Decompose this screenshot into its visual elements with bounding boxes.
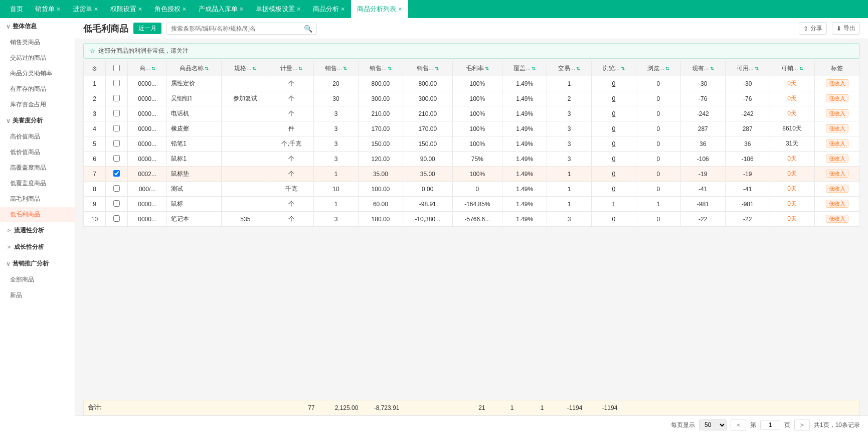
sidebar-item-category-rate[interactable]: 商品分类助销率 — [0, 66, 75, 81]
nav-permission[interactable]: 权限设置 ✕ — [104, 0, 148, 18]
nav-purchase-close-icon[interactable]: ✕ — [94, 6, 98, 13]
col-coverage[interactable]: 覆盖...⇅ — [502, 61, 547, 76]
next-page-button[interactable]: ＞ — [794, 419, 810, 431]
row-checkbox[interactable] — [113, 80, 120, 86]
cell-view1[interactable]: 0 — [592, 182, 636, 197]
nav-goods-list-close-icon[interactable]: ✕ — [398, 6, 402, 13]
cell-checkbox[interactable] — [106, 91, 128, 106]
nav-purchase[interactable]: 进货单 ✕ — [67, 0, 104, 18]
col-name[interactable]: 商品名称⇅ — [167, 61, 222, 76]
export-button[interactable]: ⬇ 导出 — [832, 22, 860, 35]
col-trade[interactable]: 交易...⇅ — [547, 61, 592, 76]
cell-view1[interactable]: 0 — [592, 76, 636, 91]
page-number-input[interactable] — [760, 420, 780, 430]
cell-checkbox[interactable] — [106, 197, 128, 212]
col-sale-qty[interactable]: 销售...⇅ — [314, 61, 359, 76]
sidebar-item-high-margin[interactable]: 高毛利商品 — [0, 191, 75, 207]
view1-link[interactable]: 0 — [612, 140, 616, 148]
sidebar-item-low-coverage[interactable]: 低覆盖度商品 — [0, 176, 75, 191]
col-unit[interactable]: 计量...⇅ — [269, 61, 314, 76]
cell-view1[interactable]: 0 — [592, 106, 636, 121]
nav-role[interactable]: 角色授权 ✕ — [148, 0, 193, 18]
row-checkbox[interactable] — [113, 200, 120, 207]
sidebar-item-traded-goods[interactable]: 交易过的商品 — [0, 50, 75, 66]
share-button[interactable]: ⇧ 分享 — [799, 22, 827, 35]
view1-link[interactable]: 0 — [612, 216, 616, 223]
col-available[interactable]: 可用...⇅ — [725, 61, 770, 76]
cell-view1[interactable]: 1 — [592, 197, 636, 212]
row-checkbox[interactable] — [113, 95, 120, 101]
nav-sales[interactable]: 销货单 ✕ — [29, 0, 67, 18]
sidebar-group-circulation[interactable]: ＞ 流通性分析 — [0, 222, 75, 239]
view1-link[interactable]: 0 — [612, 156, 616, 163]
cell-checkbox[interactable] — [106, 121, 128, 136]
cell-view1[interactable]: 0 — [592, 136, 636, 152]
view1-link[interactable]: 0 — [612, 125, 616, 132]
sidebar-item-low-margin[interactable]: 低毛利商品 — [0, 207, 75, 222]
nav-permission-close-icon[interactable]: ✕ — [138, 6, 142, 13]
nav-goods-close-icon[interactable]: ✕ — [340, 6, 345, 13]
search-input[interactable] — [171, 25, 304, 32]
cell-checkbox[interactable] — [106, 136, 128, 152]
row-checkbox[interactable] — [113, 155, 120, 162]
cell-checkbox[interactable] — [106, 182, 128, 197]
cell-view1[interactable]: 0 — [592, 121, 636, 136]
col-view2[interactable]: 浏览...⇅ — [636, 61, 680, 76]
col-settings[interactable]: ⚙ — [84, 61, 106, 76]
sidebar-item-all-goods[interactable]: 全部商品 — [0, 272, 75, 287]
sidebar-item-high-coverage[interactable]: 高覆盖度商品 — [0, 160, 75, 176]
search-icon[interactable]: 🔍 — [304, 25, 312, 33]
cell-checkbox[interactable] — [106, 212, 128, 227]
nav-goods-list[interactable]: 商品分析列表 ✕ — [351, 0, 408, 18]
row-checkbox[interactable] — [113, 140, 120, 147]
sidebar-item-stocked-goods[interactable]: 有库存的商品 — [0, 81, 75, 97]
sidebar-item-new-goods[interactable]: 新品 — [0, 287, 75, 303]
view1-link[interactable]: 0 — [612, 186, 616, 193]
nav-template-close-icon[interactable]: ✕ — [296, 6, 301, 13]
nav-products[interactable]: 产成品入库单 ✕ — [193, 0, 250, 18]
view1-link[interactable]: 0 — [612, 95, 616, 102]
row-checkbox[interactable] — [113, 125, 120, 131]
row-checkbox[interactable] — [113, 185, 120, 192]
nav-products-close-icon[interactable]: ✕ — [239, 6, 244, 13]
sidebar-item-sales-goods[interactable]: 销售类商品 — [0, 35, 75, 50]
col-margin[interactable]: 毛利率⇅ — [452, 61, 502, 76]
cell-checkbox[interactable] — [106, 167, 128, 182]
cell-view1[interactable]: 0 — [592, 152, 636, 167]
sidebar-item-high-value[interactable]: 高价值商品 — [0, 129, 75, 144]
sidebar-item-stock-capital[interactable]: 库存资金占用 — [0, 97, 75, 112]
view1-link[interactable]: 0 — [612, 110, 616, 117]
col-view1[interactable]: 浏览...⇅ — [592, 61, 636, 76]
cell-view1[interactable]: 0 — [592, 91, 636, 106]
row-checkbox[interactable] — [113, 110, 120, 116]
nav-role-close-icon[interactable]: ✕ — [182, 6, 187, 13]
period-button[interactable]: 近一月 — [133, 23, 161, 34]
col-sale-price[interactable]: 销售...⇅ — [359, 61, 403, 76]
col-spec[interactable]: 规格...⇅ — [222, 61, 269, 76]
cell-checkbox[interactable] — [106, 106, 128, 121]
sidebar-group-growth[interactable]: ＞ 成长性分析 — [0, 239, 75, 255]
settings-icon[interactable]: ⚙ — [92, 65, 97, 72]
nav-home[interactable]: 首页 — [4, 0, 29, 18]
col-current[interactable]: 现有...⇅ — [680, 61, 725, 76]
view1-link[interactable]: 0 — [612, 80, 616, 87]
nav-goods-analysis[interactable]: 商品分析 ✕ — [307, 0, 351, 18]
sidebar-group-overall[interactable]: ∨ 整体信息 — [0, 18, 75, 35]
nav-sales-close-icon[interactable]: ✕ — [56, 6, 61, 13]
cell-view1[interactable]: 0 — [592, 167, 636, 182]
row-checkbox[interactable] — [113, 215, 120, 222]
view1-link[interactable]: 1 — [612, 201, 616, 208]
cell-checkbox[interactable] — [106, 76, 128, 91]
col-checkbox[interactable] — [106, 61, 128, 76]
sidebar-group-reputation[interactable]: ∨ 美誉度分析 — [0, 112, 75, 129]
prev-page-button[interactable]: ＜ — [731, 419, 746, 431]
nav-template[interactable]: 单据模板设置 ✕ — [250, 0, 307, 18]
col-code[interactable]: 商...⇅ — [127, 61, 166, 76]
page-size-select[interactable]: 50 100 200 — [699, 419, 727, 430]
cell-checkbox[interactable] — [106, 152, 128, 167]
col-sale-amount[interactable]: 销售...⇅ — [403, 61, 452, 76]
sidebar-item-low-value[interactable]: 低价值商品 — [0, 144, 75, 160]
row-checkbox[interactable] — [113, 170, 120, 177]
view1-link[interactable]: 0 — [612, 171, 616, 178]
cell-view1[interactable]: 0 — [592, 212, 636, 227]
